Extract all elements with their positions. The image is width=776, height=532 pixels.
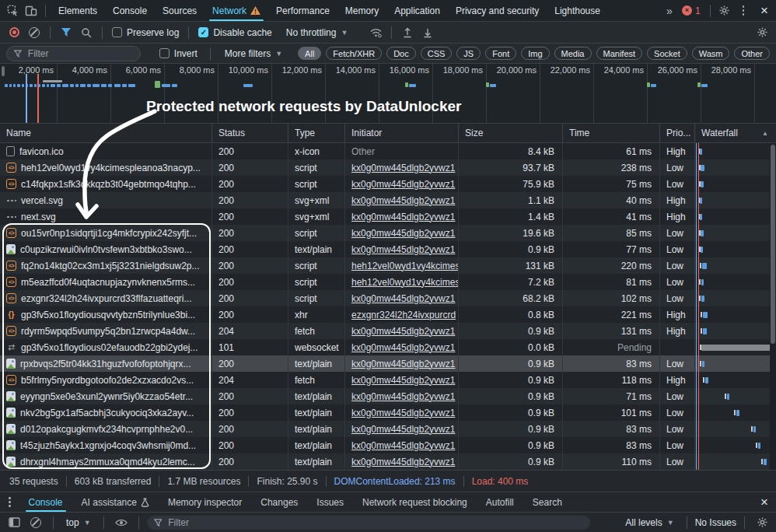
tab-elements[interactable]: Elements	[51, 0, 105, 21]
invert-checkbox[interactable]: Invert	[156, 48, 201, 59]
inspect-element-icon[interactable]	[3, 2, 22, 20]
drawer-tab-changes[interactable]: Changes	[251, 492, 307, 512]
tab-console[interactable]: Console	[105, 0, 155, 21]
more-tabs-icon[interactable]: »	[660, 5, 677, 17]
type-pill-socket[interactable]: Socket	[647, 47, 687, 60]
network-request-row[interactable]: <>rdyrm5wpqd5vumpy5q2bn1zrwcp4a4dw...204…	[0, 323, 776, 339]
type-pill-css[interactable]: CSS	[421, 47, 453, 60]
clear-network-log-icon[interactable]	[25, 23, 44, 42]
type-pill-all[interactable]: All	[298, 47, 321, 60]
initiator[interactable]: heh12vel0wyd1vy4kcimes	[351, 261, 458, 271]
settings-gear-icon[interactable]	[715, 2, 734, 20]
console-settings-gear-icon[interactable]	[753, 513, 771, 532]
record-network-log-icon[interactable]	[5, 23, 23, 42]
tab-sources[interactable]: Sources	[155, 0, 204, 21]
type-pill-manifest[interactable]: Manifest	[596, 47, 643, 60]
initiator[interactable]: kx0g0mw445dlgb2yvwz1	[351, 163, 455, 173]
log-levels-dropdown[interactable]: All levels ▼	[620, 517, 678, 528]
initiator[interactable]: kx0g0mw445dlgb2yvwz1	[351, 391, 455, 402]
network-request-row[interactable]: <>heh12vel0wyd1vy4kcimespleanoa3nacyp...…	[0, 159, 776, 176]
type-pill-doc[interactable]: Doc	[386, 47, 416, 60]
initiator[interactable]: kx0g0mw445dlgb2yvwz1	[351, 212, 455, 222]
column-header-size[interactable]: Size	[458, 124, 562, 142]
drawer-tab-network-request-blocking[interactable]: Network request blocking	[353, 492, 477, 512]
drawer-tab-issues[interactable]: Issues	[307, 492, 353, 512]
network-filter-input[interactable]	[26, 47, 133, 60]
import-har-icon[interactable]	[398, 23, 417, 42]
network-settings-gear-icon[interactable]	[753, 23, 771, 42]
column-header-type[interactable]: Type	[288, 124, 344, 142]
initiator[interactable]: kx0g0mw445dlgb2yvwz1	[351, 457, 455, 467]
network-request-row[interactable]: c0upzikzrwui0ivln0tvsfewn3xbtbko3swo...2…	[0, 241, 776, 257]
drawer-tab-autofill[interactable]: Autofill	[477, 492, 523, 512]
checkbox-unchecked[interactable]	[159, 48, 170, 58]
column-header-time[interactable]: Time	[562, 124, 659, 142]
initiator[interactable]: kx0g0mw445dlgb2yvwz1	[351, 408, 455, 418]
initiator[interactable]: kx0g0mw445dlgb2yvwz1	[351, 359, 455, 369]
drawer-tab-search[interactable]: Search	[523, 492, 572, 512]
initiator[interactable]: kx0g0mw445dlgb2yvwz1	[351, 342, 455, 353]
initiator[interactable]: kx0g0mw445dlgb2yvwz1	[351, 293, 455, 304]
network-request-row[interactable]: next.svg200svg+xmlkx0g0mw445dlgb2yvwz11.…	[0, 208, 776, 225]
network-request-row[interactable]: vercel.svg200svg+xmlkx0g0mw445dlgb2yvwz1…	[0, 192, 776, 208]
network-request-row[interactable]: <>ezxgnr324l2h24ivxpurcrd33flfazuatteqri…	[0, 290, 776, 306]
error-badge[interactable]: × 1	[677, 5, 705, 16]
initiator[interactable]: kx0g0mw445dlgb2yvwz1	[351, 179, 455, 190]
checkbox-unchecked[interactable]	[112, 27, 122, 37]
network-request-row[interactable]: {}gp3fv5xo1floydiousqvvtybzn5trilynlue3b…	[0, 306, 776, 323]
tab-privacy-and-security[interactable]: Privacy and security	[448, 0, 547, 21]
initiator[interactable]: heh12vel0wyd1vy4kcimes	[351, 277, 458, 288]
initiator[interactable]: ezxgnr324l2h24ivxpurcrd	[351, 310, 456, 320]
tab-network[interactable]: Network	[204, 0, 268, 21]
console-filter-input[interactable]	[166, 516, 582, 529]
tab-lighthouse[interactable]: Lighthouse	[547, 0, 608, 21]
scrollbar-thumb[interactable]	[771, 145, 775, 344]
drawer-tab-memory-inspector[interactable]: Memory inspector	[159, 492, 251, 512]
drawer-menu-icon[interactable]	[0, 497, 19, 507]
type-pill-media[interactable]: Media	[554, 47, 592, 60]
type-pill-img[interactable]: Img	[521, 47, 549, 60]
export-har-icon[interactable]	[418, 23, 437, 42]
search-icon[interactable]	[77, 23, 96, 42]
column-header-waterfall[interactable]: Waterfall▲	[694, 124, 776, 142]
device-toolbar-icon[interactable]	[22, 2, 40, 20]
initiator[interactable]: kx0g0mw445dlgb2yvwz1	[351, 440, 455, 451]
drawer-tab-ai-assistance[interactable]: AI assistance	[72, 492, 159, 512]
column-header-prio[interactable]: Prio...	[659, 124, 694, 142]
filter-funnel-icon[interactable]	[57, 23, 75, 42]
overview-handle[interactable]	[2, 66, 5, 76]
column-header-name[interactable]: Name	[0, 124, 211, 142]
initiator[interactable]: kx0g0mw445dlgb2yvwz1	[351, 244, 455, 255]
network-request-row[interactable]: ⇄gp3fv5xo1floydious02efauodb22gbi2ydej..…	[0, 339, 776, 355]
network-request-row[interactable]: <>m5eazffcd0f4uqtacnupjazynvknenx5rms...…	[0, 274, 776, 290]
network-request-row[interactable]: t45zjuzh5aykx1xgnxjo4coqv3whsmij0md...20…	[0, 437, 776, 453]
network-request-row[interactable]: eyyngn5xe0e3xunl2ywnr5iy0kzzao54etr...20…	[0, 388, 776, 404]
close-drawer-icon[interactable]: ×	[753, 495, 776, 510]
type-pill-font[interactable]: Font	[485, 47, 516, 60]
table-scrollbar[interactable]	[770, 143, 776, 470]
network-request-row[interactable]: d012opakcgugkmvfx234hcvprnphhe2v0...200t…	[0, 421, 776, 437]
initiator[interactable]: kx0g0mw445dlgb2yvwz1	[351, 228, 455, 239]
column-header-initiator[interactable]: Initiator	[344, 124, 458, 142]
tab-performance[interactable]: Performance	[268, 0, 337, 21]
network-request-row[interactable]: <>c14fqkpx1sfk3okkqzb3t04gebtmqo4tqhp...…	[0, 176, 776, 192]
type-pill-wasm[interactable]: Wasm	[692, 47, 730, 60]
network-request-row[interactable]: nkv2bg5gx1af5acbhj3cukyociq3xka2ayv...20…	[0, 404, 776, 421]
type-pill-fetch-xhr[interactable]: Fetch/XHR	[326, 47, 382, 60]
initiator[interactable]: kx0g0mw445dlgb2yvwz1	[351, 424, 455, 435]
issues-counter[interactable]: No Issues	[695, 517, 736, 528]
throttling-dropdown[interactable]: No throttling ▼	[281, 27, 353, 38]
tab-application[interactable]: Application	[386, 0, 448, 21]
more-filters-dropdown[interactable]: More filters ▼	[220, 48, 287, 59]
network-request-row[interactable]: <>b5frlmy5nyordbgotoofo2de2xzxacdo2vs...…	[0, 372, 776, 388]
disable-cache-checkbox[interactable]: ✓ Disable cache	[195, 27, 274, 38]
tab-memory[interactable]: Memory	[337, 0, 386, 21]
network-request-row[interactable]: rpxbvqs2f5tr04kk31hguzfvofofoptohjqrx...…	[0, 355, 776, 372]
network-overview-timeline[interactable]: 2,000 ms4,000 ms6,000 ms8,000 ms10,000 m…	[0, 64, 776, 124]
network-request-row[interactable]: <>fq2no14ktg02cx3m1xj5j3231nielgdsuw2p..…	[0, 257, 776, 274]
network-request-row[interactable]: dhrxgnl4hmays2mmuxa0qmd4kyu2lemc...200te…	[0, 453, 776, 470]
javascript-context-dropdown[interactable]: top ▼	[61, 517, 96, 528]
close-icon[interactable]: ×	[753, 3, 776, 19]
checkbox-checked[interactable]: ✓	[198, 27, 208, 37]
initiator[interactable]: kx0g0mw445dlgb2yvwz1	[351, 195, 455, 206]
